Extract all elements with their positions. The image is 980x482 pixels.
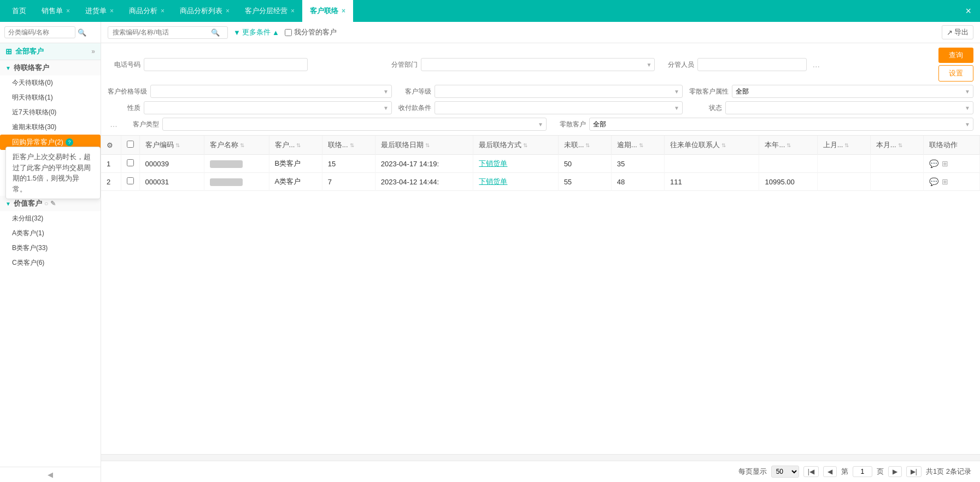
row2-last-method[interactable]: 下销货单 — [473, 173, 558, 191]
prev-page-btn[interactable]: ◀ — [823, 466, 837, 477]
col-settings[interactable]: ⚙ — [101, 136, 121, 155]
sidebar-item-class-a[interactable]: A类客户(1) — [0, 226, 101, 241]
filter-more-btn[interactable]: ▼ 更多条件 ▲ — [233, 27, 279, 37]
tab-sales[interactable]: 销售单 × — [34, 0, 78, 22]
page-input[interactable] — [853, 466, 872, 477]
window-close-btn[interactable]: × — [961, 5, 976, 17]
close-customer-contact-tab[interactable]: × — [342, 7, 345, 15]
col-this-month[interactable]: 本月...⇅ — [870, 136, 923, 155]
sidebar-item-overdue-contact[interactable]: 逾期未联络(30) — [0, 120, 101, 135]
row2-checkbox-input[interactable] — [127, 177, 134, 184]
export-btn[interactable]: ↗ 导出 — [942, 25, 973, 39]
sidebar-search-input[interactable] — [4, 26, 75, 38]
phone-input[interactable] — [144, 58, 308, 71]
query-btn[interactable]: 查询 — [938, 48, 973, 63]
sidebar-item-7days[interactable]: 近7天待联络(0) — [0, 105, 101, 120]
row1-method-link[interactable]: 下销货单 — [479, 159, 507, 167]
h-scroll-bar[interactable] — [101, 454, 980, 461]
row2-this-year: 10995.00 — [759, 173, 817, 191]
col-overdue[interactable]: 逾期...⇅ — [611, 136, 664, 155]
sidebar-item-ungroup[interactable]: 未分组(32) — [0, 211, 101, 226]
next-page-btn[interactable]: ▶ — [888, 466, 902, 477]
col-name[interactable]: 客户名称⇅ — [204, 136, 269, 155]
row1-checkbox-input[interactable] — [127, 159, 134, 166]
person-dots-icon[interactable]: … — [810, 60, 822, 69]
person-input[interactable] — [697, 58, 807, 71]
col-contact[interactable]: 联络...⇅ — [322, 136, 375, 155]
close-sales-tab[interactable]: × — [66, 7, 70, 15]
filter-phone: 电话号码 — [108, 58, 378, 71]
close-purchase-tab[interactable]: × — [110, 7, 114, 15]
tab-home[interactable]: 首页 — [4, 0, 34, 22]
customer-type-select[interactable] — [162, 118, 547, 131]
sidebar-collapse-btn[interactable]: ◀ — [0, 467, 101, 482]
select-all-checkbox[interactable] — [127, 141, 134, 148]
col-last-date[interactable]: 最后联络日期⇅ — [375, 136, 473, 155]
price-grade-select-wrapper: ▼ — [150, 85, 392, 98]
col-code[interactable]: 客户编码⇅ — [139, 136, 204, 155]
row1-comment-icon[interactable]: 💬 — [929, 159, 938, 168]
first-page-btn[interactable]: |◀ — [803, 466, 819, 477]
sidebar-all-customers[interactable]: ⊞ 全部客户 » — [0, 43, 101, 60]
row2-comment-icon[interactable]: 💬 — [929, 177, 938, 186]
filter-gender: 性质 ▼ — [108, 101, 392, 114]
close-product-analysis-tab[interactable]: × — [161, 7, 165, 15]
sidebar-item-today[interactable]: 今天待联络(0) — [0, 76, 101, 90]
tab-purchase[interactable]: 进货单 × — [78, 0, 121, 22]
tab-product-analysis[interactable]: 商品分析 × — [121, 0, 172, 22]
price-grade-select[interactable] — [150, 85, 392, 98]
row2-action-icons: 💬 ⊞ — [929, 177, 974, 186]
row1-grid-icon[interactable]: ⊞ — [942, 159, 948, 168]
tooltip-box: 距客户上次交易时长，超过了此客户的平均交易周期的1.5倍，则视为异常。 — [5, 147, 101, 199]
col-last-method[interactable]: 最后联络方式⇅ — [473, 136, 558, 155]
tab-product-analysis-list[interactable]: 商品分析列表 × — [172, 0, 237, 22]
row2-code: 000031 — [139, 173, 204, 191]
col-last-month[interactable]: 上月...⇅ — [817, 136, 870, 155]
edit-icon[interactable]: ○ — [44, 200, 48, 207]
filter-search-icon[interactable]: 🔍 — [211, 28, 220, 37]
filter-search-input[interactable] — [113, 28, 211, 36]
filter-icon: ▼ — [233, 28, 240, 37]
sidebar-item-class-b[interactable]: B类客户(33) — [0, 241, 101, 255]
my-customer-checkbox[interactable] — [285, 29, 292, 36]
dept-select[interactable] — [421, 58, 655, 71]
retail-attr-select[interactable]: 全部 — [732, 85, 973, 98]
sidebar-search-icon[interactable]: 🔍 — [78, 28, 86, 37]
filter-retail-attr: 零散客户属性 全部 ▼ — [689, 85, 973, 98]
col-unit-contact[interactable]: 往来单位联系人⇅ — [664, 136, 759, 155]
more-chevron-icon: ▲ — [272, 28, 279, 37]
col-uncontacted[interactable]: 未联...⇅ — [558, 136, 611, 155]
tab-customer-contact[interactable]: 客户联络 × — [302, 0, 353, 22]
table-header-row: ⚙ 客户编码⇅ 客户名称⇅ 客户...⇅ 联络...⇅ 最后联络日期⇅ 最后联络… — [101, 136, 980, 155]
edit-icon-2[interactable]: ✎ — [50, 200, 56, 207]
filter-customer-type: 客户类型 ▼ — [126, 118, 547, 131]
customer-grade-select[interactable] — [435, 85, 683, 98]
gender-select[interactable] — [144, 101, 392, 114]
row2-method-link[interactable]: 下销货单 — [479, 177, 507, 185]
more-dots-icon[interactable]: … — [108, 120, 120, 129]
sidebar-item-tomorrow[interactable]: 明天待联络(1) — [0, 90, 101, 105]
col-this-year[interactable]: 本年...⇅ — [759, 136, 817, 155]
row1-last-method[interactable]: 下销货单 — [473, 155, 558, 173]
row1-unit-contact — [664, 155, 759, 173]
col-type[interactable]: 客户...⇅ — [269, 136, 322, 155]
sort-name-icon: ⇅ — [240, 142, 244, 148]
close-product-analysis-list-tab[interactable]: × — [226, 7, 230, 15]
page-size-select[interactable]: 50 100 200 — [771, 466, 799, 478]
adv-filter-row1: 电话号码 分管部门 ▼ 分管人员 … 查询 设置 — [108, 48, 973, 82]
sidebar-section-pending[interactable]: ▼ 待联络客户 — [0, 60, 101, 76]
sort-unit-contact-icon: ⇅ — [721, 142, 726, 148]
close-customer-segment-tab[interactable]: × — [291, 7, 295, 15]
status-select-wrapper: ▼ — [725, 101, 973, 114]
tab-customer-segment[interactable]: 客户分层经营 × — [237, 0, 302, 22]
payment-select[interactable] — [435, 101, 683, 114]
status-select[interactable] — [725, 101, 973, 114]
filter-actions: 查询 设置 — [938, 48, 973, 82]
last-page-btn[interactable]: ▶| — [906, 466, 922, 477]
retail-customer-select[interactable]: 全部 — [589, 118, 973, 131]
row2-grid-icon[interactable]: ⊞ — [942, 177, 948, 186]
sort-overdue-icon: ⇅ — [639, 142, 643, 148]
sidebar-item-class-c[interactable]: C类客户(6) — [0, 255, 101, 270]
settings-btn[interactable]: 设置 — [938, 65, 973, 82]
customer-type-label: 客户类型 — [126, 120, 159, 129]
